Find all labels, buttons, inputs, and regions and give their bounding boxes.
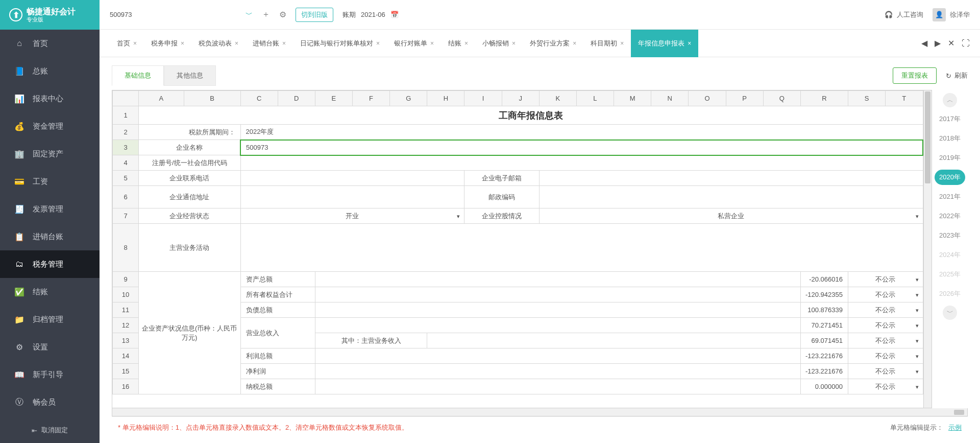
fin-value-11[interactable]: 100.876339 (800, 302, 848, 318)
tab-close-icon[interactable]: × (376, 40, 380, 47)
col-R[interactable]: R (800, 91, 848, 106)
tab-3[interactable]: 进销台账× (246, 30, 293, 57)
tab-0[interactable]: 首页× (110, 30, 144, 57)
subtab-other[interactable]: 其他信息 (164, 65, 216, 86)
period-selector[interactable]: 账期 2021-06 📅 (342, 10, 399, 19)
fin-value-13[interactable]: 69.071451 (800, 333, 848, 348)
year-2022年[interactable]: 2022年 (935, 208, 965, 224)
year-2023年[interactable]: 2023年 (935, 228, 965, 243)
fin-pub-9[interactable]: 不公示 (848, 272, 923, 287)
tab-close-icon[interactable]: × (133, 40, 137, 47)
nav-item-5[interactable]: 💳工资 (0, 168, 100, 195)
row-7[interactable]: 7 (113, 208, 139, 224)
nav-item-13[interactable]: Ⓥ畅会员 (0, 388, 100, 416)
fin-pub-15[interactable]: 不公示 (848, 364, 923, 379)
fin-pub-11[interactable]: 不公示 (848, 302, 923, 318)
tab-1[interactable]: 税务申报× (144, 30, 191, 57)
row-12[interactable]: 12 (113, 318, 139, 333)
nav-item-4[interactable]: 🏢固定资产 (0, 140, 100, 168)
fin-mid-11[interactable] (315, 302, 800, 318)
post-cell[interactable] (539, 186, 923, 208)
email-cell[interactable] (539, 171, 923, 186)
row-8[interactable]: 8 (113, 224, 139, 272)
row-15[interactable]: 15 (113, 364, 139, 379)
support-button[interactable]: 🎧 人工咨询 (885, 10, 923, 19)
row-1[interactable]: 1 (113, 106, 139, 125)
col-E[interactable]: E (315, 91, 352, 106)
col-C[interactable]: C (240, 91, 278, 106)
tab-close-icon[interactable]: × (181, 40, 184, 47)
tab-9[interactable]: 科目期初× (583, 30, 631, 57)
nav-item-2[interactable]: 📊报表中心 (0, 85, 100, 112)
fin-value-9[interactable]: -20.066016 (800, 272, 848, 287)
col-L[interactable]: L (576, 91, 614, 106)
unpin-button[interactable]: ⇤ 取消固定 (0, 417, 100, 443)
nav-item-3[interactable]: 💰资金管理 (0, 112, 100, 140)
tab-5[interactable]: 银行对账单× (387, 30, 441, 57)
fin-value-12[interactable]: 70.271451 (800, 318, 848, 333)
fin-value-10[interactable]: -120.942355 (800, 287, 848, 302)
fin-sub-cell[interactable] (427, 333, 801, 348)
col-F[interactable]: F (352, 91, 389, 106)
tab-close-icon[interactable]: × (464, 40, 468, 47)
fin-value-14[interactable]: -123.221676 (800, 348, 848, 364)
status-dropdown[interactable]: 开业 (240, 208, 464, 224)
holding-dropdown[interactable]: 私营企业 (539, 208, 923, 224)
nav-item-1[interactable]: 📘总账 (0, 57, 100, 85)
nav-item-9[interactable]: ✅结账 (0, 278, 100, 306)
col-H[interactable]: H (427, 91, 464, 106)
tab-close-icon[interactable]: × (573, 40, 576, 47)
col-A[interactable]: A (138, 91, 184, 106)
nav-item-10[interactable]: 📁归档管理 (0, 306, 100, 333)
fin-pub-14[interactable]: 不公示 (848, 348, 923, 364)
fin-sub-12[interactable] (315, 318, 800, 333)
col-J[interactable]: J (502, 91, 539, 106)
row-9[interactable]: 9 (113, 272, 139, 287)
tab-close-icon[interactable]: × (235, 40, 238, 47)
fin-pub-12[interactable]: 不公示 (848, 318, 923, 333)
col-Q[interactable]: Q (763, 91, 800, 106)
subtab-basic[interactable]: 基础信息 (112, 65, 164, 86)
tab-close-icon[interactable]: × (430, 40, 434, 47)
row-10[interactable]: 10 (113, 287, 139, 302)
fullscreen-icon[interactable]: ⛶ (962, 39, 970, 48)
horizontal-scrollbar[interactable] (112, 408, 968, 416)
col-I[interactable]: I (464, 91, 502, 106)
fin-pub-10[interactable]: 不公示 (848, 287, 923, 302)
company-name-input[interactable]: 500973 (240, 140, 923, 155)
row-5[interactable]: 5 (113, 171, 139, 186)
col-O[interactable]: O (689, 91, 726, 106)
phone-cell[interactable] (240, 171, 464, 186)
col-D[interactable]: D (278, 91, 315, 106)
col-K[interactable]: K (539, 91, 576, 106)
col-P[interactable]: P (726, 91, 763, 106)
row-6[interactable]: 6 (113, 186, 139, 208)
row-14[interactable]: 14 (113, 348, 139, 364)
col-T[interactable]: T (886, 91, 923, 106)
settings-icon[interactable]: ⚙ (279, 10, 286, 19)
vertical-scrollbar[interactable] (924, 90, 932, 408)
tab-close-icon[interactable]: × (688, 40, 691, 47)
fin-mid-10[interactable] (315, 287, 800, 302)
nav-item-8[interactable]: 🗂税务管理 (0, 250, 100, 278)
col-N[interactable]: N (651, 91, 689, 106)
tab-close-icon[interactable]: × (282, 40, 286, 47)
nav-item-0[interactable]: ⌂首页 (0, 30, 100, 57)
tab-6[interactable]: 结账× (441, 30, 475, 57)
row-4[interactable]: 4 (113, 155, 139, 171)
col-M[interactable]: M (614, 91, 651, 106)
fin-value-15[interactable]: -123.221676 (800, 364, 848, 379)
fin-pub-13[interactable]: 不公示 (848, 333, 923, 348)
example-link[interactable]: 示例 (948, 423, 962, 432)
fin-mid-14[interactable] (315, 348, 800, 364)
tab-10[interactable]: 年报信息申报表× (631, 30, 698, 57)
year-2017年[interactable]: 2017年 (935, 111, 965, 127)
nav-item-12[interactable]: 📖新手引导 (0, 361, 100, 388)
fin-mid-16[interactable] (315, 379, 800, 394)
row-16[interactable]: 16 (113, 379, 139, 394)
company-selector[interactable]: 500973 ﹀ (110, 10, 253, 19)
year-2020年[interactable]: 2020年 (935, 170, 965, 185)
mainbiz-cell[interactable] (240, 224, 923, 272)
year-2019年[interactable]: 2019年 (935, 150, 965, 166)
tab-4[interactable]: 日记账与银行对账单核对× (293, 30, 387, 57)
